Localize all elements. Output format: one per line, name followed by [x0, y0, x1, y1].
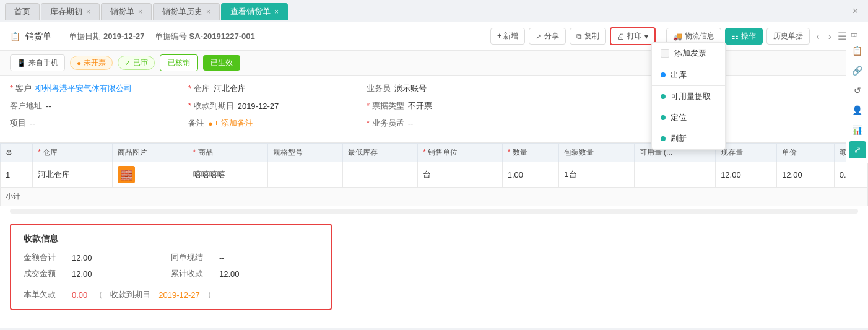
form-row-2: 客户地址 -- 收款到期日 2019-12-27 票据类型 不开票 — [10, 100, 858, 111]
copy-button[interactable]: ⧉ 复制 — [570, 28, 606, 45]
row-seq: 1 — [1, 162, 33, 188]
tab-sales[interactable]: 销货单 × — [101, 3, 152, 20]
sidebar-refresh-icon[interactable]: ↺ — [849, 82, 866, 99]
tab-view-sales[interactable]: 查看销货单 × — [221, 3, 288, 20]
ticket-value: 不开票 — [408, 100, 432, 111]
address-field: 客户地址 -- — [10, 100, 183, 111]
horizontal-scrollbar[interactable] — [10, 209, 858, 214]
sidebar-chart-icon[interactable]: 📊 — [849, 121, 866, 139]
payment-accumulated-label: 累计收款 — [171, 268, 214, 279]
next-arrow[interactable]: › — [826, 31, 834, 42]
new-button[interactable]: + 新增 — [490, 28, 525, 45]
dropdown-locate[interactable]: 定位 — [652, 107, 725, 128]
customer-label: 客户 — [10, 83, 32, 94]
add-note-button[interactable]: ● + 添加备注 — [208, 118, 253, 129]
tab-inventory[interactable]: 库存期初 × — [41, 3, 100, 20]
product-table: ⚙ 仓库 商品图片 商品 规格型号 最低库存 销售单位 数量 包装数量 可用量 … — [0, 143, 868, 206]
dropdown-available-qty[interactable]: 可用量提取 — [652, 86, 725, 107]
sidebar-link-icon[interactable]: 🔗 — [849, 62, 866, 79]
check-pill: ✓ 已审 — [118, 56, 155, 70]
doc-date-label: 单据日期 2019-12-27 — [69, 31, 145, 42]
form-row-1: 客户 柳州粤港平安气体有限公司 仓库 河北仓库 业务员 演示账号 — [10, 83, 858, 94]
sidebar-doc-icon[interactable]: 📋 — [849, 42, 866, 59]
subtotal-row: 小计 — [1, 188, 868, 206]
right-sidebar: 📋 🔗 ↺ 👤 📊 ⤢ — [846, 37, 868, 163]
dot-teal-icon-1 — [661, 94, 666, 99]
tab-sales-close[interactable]: × — [138, 7, 142, 16]
toolbar-divider — [661, 30, 661, 43]
action-bar: 📱 来自手机 ● 未开票 ✓ 已审 已核销 已生效 — [0, 51, 868, 76]
row-min-stock — [342, 162, 417, 188]
staff-field: 业务员 演示账号 — [367, 83, 540, 94]
doc-header: 📋 销货单 单据日期 2019-12-27 单据编号 SA-20191227-0… — [0, 22, 868, 51]
copy-icon: ⧉ — [576, 32, 582, 41]
share-icon: ↗ — [536, 32, 542, 41]
customer-value[interactable]: 柳州粤港平安气体有限公司 — [35, 83, 132, 94]
history-button[interactable]: 历史单据 — [766, 28, 810, 45]
not-open-dot: ● — [77, 59, 81, 67]
payment-accumulated-value: 12.00 — [219, 269, 240, 279]
print-icon: 🖨 — [617, 32, 625, 41]
payment-transaction-value: 12.00 — [72, 269, 92, 279]
share-button[interactable]: ↗ 分享 — [529, 28, 566, 45]
payment-title: 收款信息 — [24, 233, 318, 245]
tab-inventory-close[interactable]: × — [86, 7, 90, 16]
col-image: 商品图片 — [113, 144, 188, 162]
row-unit-price: 12.00 — [777, 162, 835, 188]
effective-button[interactable]: 已生效 — [203, 55, 240, 71]
dropdown-refresh[interactable]: 刷新 — [652, 128, 725, 149]
payment-paren-open: （ — [95, 289, 103, 300]
check-icon: ✓ — [124, 59, 131, 67]
payment-accumulated-row: 累计收款 12.00 — [171, 268, 318, 279]
col-settings[interactable]: ⚙ — [1, 144, 33, 162]
payment-arrears-value: 0.00 — [72, 290, 87, 300]
dropdown-add-invoice[interactable]: 添加发票 — [652, 43, 725, 64]
salesman-field: 业务员孟 -- — [367, 118, 540, 129]
sidebar-expand-icon[interactable]: ⤢ — [849, 141, 866, 158]
doc-title-area: 📋 销货单 单据日期 2019-12-27 单据编号 SA-20191227-0… — [10, 31, 255, 42]
doc-meta: 单据日期 2019-12-27 单据编号 SA-20191227-001 — [69, 31, 255, 42]
cancelled-button[interactable]: 已核销 — [160, 54, 198, 71]
not-open-pill: ● 未开票 — [70, 56, 113, 70]
dot-teal-icon-2 — [661, 115, 666, 120]
doc-title: 销货单 — [25, 31, 51, 42]
product-image-placeholder: 🧱 — [120, 169, 132, 181]
ticket-label: 票据类型 — [367, 100, 404, 111]
tab-bar: 首页 库存期初 × 销货单 × 销货单历史 × 查看销货单 × × — [0, 0, 868, 22]
sidebar-user-icon[interactable]: 👤 — [849, 102, 866, 119]
due-date-value: 2019-12-27 — [238, 102, 279, 111]
address-label: 客户地址 — [10, 100, 42, 111]
tab-sales-history-close[interactable]: × — [206, 7, 210, 16]
payment-arrears-label: 本单欠款 — [24, 289, 67, 300]
dropdown-outbound[interactable]: 出库 — [652, 64, 725, 85]
form-row-3: 项目 -- 备注 ● + 添加备注 业务员孟 -- — [10, 118, 858, 129]
col-unit: 销售单位 — [418, 144, 502, 162]
view-list-icon[interactable]: ☰ — [838, 30, 846, 42]
col-min-stock: 最低库存 — [342, 144, 417, 162]
warehouse-field: 仓库 河北仓库 — [188, 83, 362, 94]
ticket-field: 票据类型 不开票 — [367, 100, 540, 111]
row-qty: 1.00 — [502, 162, 559, 188]
print-button[interactable]: 🖨 打印 ▾ — [610, 27, 656, 45]
phone-icon: 📱 — [17, 59, 26, 67]
tab-view-sales-close[interactable]: × — [274, 7, 279, 16]
dot-blue-icon — [661, 72, 666, 77]
payment-total-row: 金额合计 12.00 — [24, 252, 171, 263]
col-qty: 数量 — [502, 144, 559, 162]
payment-due-value: 2019-12-27 — [158, 290, 200, 300]
tab-sales-history[interactable]: 销货单历史 × — [153, 3, 220, 20]
tab-home[interactable]: 首页 — [5, 3, 40, 20]
from-phone-button[interactable]: 📱 来自手机 — [10, 54, 65, 71]
operation-button[interactable]: ⚏ 操作 — [725, 28, 763, 45]
payment-arrears-full-row: 本单欠款 0.00 （ 收款到期日 2019-12-27 ） — [24, 289, 318, 300]
salesman-value: -- — [408, 119, 414, 128]
warehouse-value: 河北仓库 — [214, 83, 246, 94]
window-close-button[interactable]: × — [848, 6, 863, 17]
col-product: 商品 — [188, 144, 267, 162]
note-field: 备注 ● + 添加备注 — [188, 118, 362, 129]
prev-arrow[interactable]: ‹ — [814, 31, 822, 42]
payment-transaction-label: 成交金额 — [24, 268, 67, 279]
payment-due-label: 收款到期日 — [110, 289, 154, 300]
row-available — [634, 162, 715, 188]
payment-total-label: 金额合计 — [24, 252, 67, 263]
